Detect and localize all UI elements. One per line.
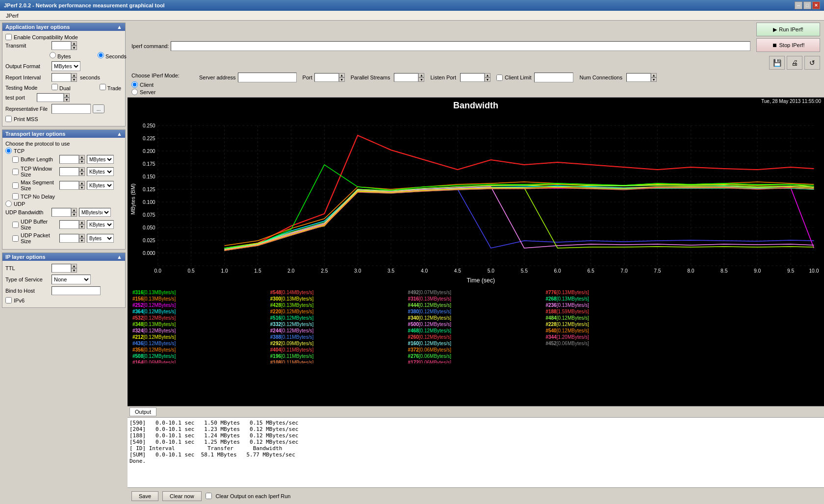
tcp-window-input[interactable]: 56 — [59, 167, 79, 176]
udp-packet-unit[interactable]: Bytes — [87, 234, 114, 243]
ubuf-up[interactable]: ▲ — [79, 220, 85, 225]
max-seg-check[interactable] — [12, 182, 19, 189]
minimize-button[interactable]: ─ — [795, 1, 802, 9]
output-tab-item[interactable]: Output — [129, 407, 156, 416]
app-layer-header[interactable]: Application layer options ▲ — [2, 23, 125, 31]
client-limit-check[interactable] — [496, 75, 503, 81]
test-port-up[interactable]: ▲ — [64, 93, 70, 98]
buffer-length-check[interactable] — [12, 156, 19, 163]
lp-down[interactable]: ▼ — [485, 77, 490, 82]
transmit-up[interactable]: ▲ — [71, 41, 77, 46]
server-radio[interactable] — [131, 89, 138, 95]
ms-up[interactable]: ▲ — [79, 181, 85, 185]
bytes-radio[interactable] — [50, 52, 56, 58]
par-down[interactable]: ▼ — [418, 77, 424, 82]
server-addr-input[interactable]: 10.10.2.2 — [238, 73, 297, 82]
parallel-input[interactable]: 50 — [394, 73, 418, 82]
upkt-down[interactable]: ▼ — [79, 238, 85, 243]
stop-iperf-button[interactable]: ⏹ Stop IPerf! — [756, 38, 820, 52]
client-limit-input[interactable] — [534, 73, 573, 82]
stop-icon: ⏹ — [772, 42, 777, 48]
udp-buffer-unit[interactable]: KBytes — [87, 220, 114, 229]
nc-up[interactable]: ▲ — [651, 73, 657, 77]
seconds-radio[interactable] — [98, 52, 104, 58]
svg-text:7.0: 7.0 — [620, 268, 628, 274]
output-format-select[interactable]: MBytes — [52, 61, 80, 71]
save-icon-button[interactable]: 💾 — [769, 56, 785, 70]
dual-checkbox[interactable] — [52, 84, 58, 90]
udp-packet-check[interactable] — [12, 235, 19, 242]
main-container: Application layer options ▲ Enable Compa… — [0, 21, 824, 504]
par-up[interactable]: ▲ — [418, 73, 424, 77]
buffer-unit-select[interactable]: MBytes — [87, 155, 114, 164]
nc-down[interactable]: ▼ — [651, 77, 657, 82]
lp-up[interactable]: ▲ — [485, 73, 490, 77]
transmit-down[interactable]: ▼ — [71, 46, 77, 50]
port-down[interactable]: ▼ — [339, 77, 345, 82]
test-port-down[interactable]: ▼ — [64, 98, 70, 102]
tcp-window-check[interactable] — [12, 169, 19, 175]
tcp-radio[interactable] — [5, 148, 12, 154]
port-up[interactable]: ▲ — [339, 73, 345, 77]
report-interval-input[interactable]: 1 — [52, 73, 71, 82]
num-connections-input[interactable]: 0 — [626, 73, 651, 82]
print-mss-checkbox[interactable] — [5, 116, 12, 122]
udp-radio[interactable] — [5, 201, 12, 207]
ipv6-checkbox[interactable] — [5, 297, 12, 303]
transport-layer-header[interactable]: Transport layer options ▲ — [2, 130, 125, 138]
report-down[interactable]: ▼ — [71, 77, 77, 82]
udp-bw-input[interactable]: 1 — [52, 208, 71, 217]
svg-rect-0 — [128, 111, 824, 287]
tw-up[interactable]: ▲ — [79, 167, 85, 172]
transmit-input[interactable]: 10 — [52, 41, 71, 50]
close-button[interactable]: ✕ — [812, 1, 820, 9]
command-input[interactable]: bin/iperf.exe -c 10.10.2.2 -P 50 -i 1 -p… — [171, 41, 750, 51]
ubuf-down[interactable]: ▼ — [79, 225, 85, 229]
ub-down[interactable]: ▼ — [71, 212, 77, 217]
legend-item: #164[0.06MBytes/s] — [131, 359, 269, 363]
udp-packet-input[interactable]: 1,500 — [59, 234, 79, 243]
ip-layer-header[interactable]: IP layer options ▲ — [2, 253, 125, 261]
report-up[interactable]: ▲ — [71, 73, 77, 77]
clear-on-run-checkbox[interactable] — [206, 493, 212, 499]
run-iperf-button[interactable]: ▶ Run IPerf! — [756, 23, 820, 36]
upkt-up[interactable]: ▲ — [79, 234, 85, 238]
clear-now-button[interactable]: Clear now — [162, 491, 202, 501]
compatibility-row: Enable Compatibility Mode — [5, 34, 122, 40]
ub-up[interactable]: ▲ — [71, 208, 77, 212]
rep-file-browse[interactable]: ... — [93, 104, 104, 113]
buffer-length-input[interactable]: 2 — [59, 155, 79, 164]
trade-checkbox[interactable] — [100, 84, 106, 90]
save-button[interactable]: Save — [131, 491, 158, 501]
test-port-input[interactable]: 5,001 — [37, 93, 64, 102]
svg-text:1.0: 1.0 — [221, 268, 228, 274]
ttl-up[interactable]: ▲ — [71, 264, 77, 268]
max-seg-input[interactable]: 1 — [59, 181, 79, 190]
bl-up[interactable]: ▲ — [79, 155, 85, 159]
menu-jperf[interactable]: JPerf — [2, 12, 23, 19]
tcp-window-unit-select[interactable]: KBytes — [87, 167, 114, 176]
tos-select[interactable]: None — [52, 275, 91, 284]
listen-port-input[interactable]: 5,001 — [460, 73, 485, 82]
ms-down[interactable]: ▼ — [79, 185, 85, 190]
client-radio[interactable] — [131, 81, 138, 88]
port-input[interactable]: 5,001 — [314, 73, 339, 82]
udp-buffer-input[interactable]: 41 — [59, 220, 79, 229]
maximize-button[interactable]: □ — [803, 1, 811, 9]
ttl-input[interactable]: 1 — [52, 264, 71, 273]
max-seg-unit-select[interactable]: KBytes — [87, 181, 114, 190]
print-icon-button[interactable]: 🖨 — [787, 56, 802, 70]
tcp-window-row: TCP Window Size 56 ▲ ▼ KBytes — [5, 166, 122, 177]
udp-buffer-check[interactable] — [12, 222, 19, 228]
bind-host-input[interactable] — [52, 286, 101, 295]
command-label: Iperf command: — [131, 43, 169, 49]
ttl-down[interactable]: ▼ — [71, 268, 77, 273]
bl-down[interactable]: ▼ — [79, 159, 85, 164]
refresh-icon-button[interactable]: ↺ — [804, 56, 820, 70]
no-delay-check[interactable] — [12, 193, 19, 200]
compatibility-checkbox[interactable] — [5, 34, 12, 40]
svg-text:8.0: 8.0 — [687, 268, 695, 274]
rep-file-input[interactable] — [52, 104, 91, 114]
udp-bw-unit[interactable]: MBytes/sec — [79, 208, 111, 217]
tw-down[interactable]: ▼ — [79, 172, 85, 176]
